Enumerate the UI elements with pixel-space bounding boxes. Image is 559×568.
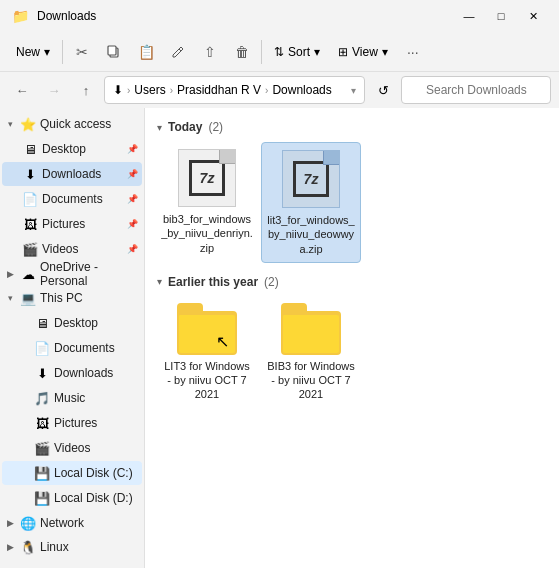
bib3-zip-name: bib3_for_windows_by_niivu_denriyn.zip [161,212,253,255]
sidebar-item-pictures2[interactable]: 🖼 Pictures [2,411,142,435]
svg-rect-1 [108,46,116,55]
share-icon[interactable]: ⇧ [195,37,225,67]
sidebar-item-downloads2[interactable]: ⬇ Downloads [2,361,142,385]
today-file-grid: 7z bib3_for_windows_by_niivu_denriyn.zip… [157,142,547,263]
sidebar-local-disk-c-label: Local Disk (C:) [54,466,133,480]
toolbar-separator-2 [261,40,262,64]
up-button[interactable]: ↑ [72,76,100,104]
main-layout: ▾ ⭐ Quick access 🖥 Desktop 📌 ⬇ Downloads… [0,108,559,568]
rename-icon[interactable] [163,37,193,67]
sort-label: Sort [288,45,310,59]
search-input[interactable] [401,76,551,104]
local-disk-d-icon: 💾 [34,491,50,506]
sidebar: ▾ ⭐ Quick access 🖥 Desktop 📌 ⬇ Downloads… [0,108,145,568]
bib3-zip-icon: 7z [177,148,237,208]
file-item-lit3-zip[interactable]: 7z lit3_for_windows_by_niivu_deowwya.zip [261,142,361,263]
local-disk-c-icon: 💾 [34,466,50,481]
address-path[interactable]: ⬇ › Users › Prasiddhan R V › Downloads ▾ [104,76,365,104]
sidebar-item-videos[interactable]: 🎬 Videos 📌 [2,237,142,261]
file-item-bib3-zip[interactable]: 7z bib3_for_windows_by_niivu_denriyn.zip [157,142,257,263]
copy-icon[interactable] [99,37,129,67]
sidebar-group-this-pc[interactable]: ▾ 💻 This PC [0,286,144,310]
zip-label-lit3: 7z [293,161,329,197]
view-button[interactable]: ⊞ View ▾ [330,41,396,63]
earlier-section-header: ▾ Earlier this year (2) [157,275,547,289]
path-users[interactable]: Users [134,83,165,97]
content-area: ▾ Today (2) 7z bib3_for_windows_by_niivu… [145,108,559,568]
sort-icon: ⇅ [274,45,284,59]
earlier-toggle[interactable]: ▾ [157,276,162,287]
desktop-pin-icon: 📌 [127,144,138,154]
close-button[interactable]: ✕ [519,6,547,26]
onedrive-arrow: ▶ [4,269,16,279]
cut-icon[interactable]: ✂ [67,37,97,67]
downloads-icon: ⬇ [22,167,38,182]
sidebar-item-documents[interactable]: 📄 Documents 📌 [2,187,142,211]
sidebar-item-pictures[interactable]: 🖼 Pictures 📌 [2,212,142,236]
sort-button[interactable]: ⇅ Sort ▾ [266,41,328,63]
sidebar-item-documents2[interactable]: 📄 Documents [2,336,142,360]
bib3-folder-icon [281,303,341,355]
address-bar: ← → ↑ ⬇ › Users › Prasiddhan R V › Downl… [0,72,559,108]
new-button[interactable]: New ▾ [8,41,58,63]
sidebar-linux-label: Linux [40,540,69,554]
earlier-title: Earlier this year [168,275,258,289]
maximize-button[interactable]: □ [487,6,515,26]
earlier-count: (2) [264,275,279,289]
quick-access-icon: ⭐ [20,117,36,132]
paste-icon[interactable]: 📋 [131,37,161,67]
sidebar-item-local-disk-c[interactable]: 💾 Local Disk (C:) [2,461,142,485]
quick-access-arrow: ▾ [4,119,16,129]
new-button-label: New [16,45,40,59]
forward-button[interactable]: → [40,76,68,104]
sidebar-videos2-label: Videos [54,441,90,455]
more-options-button[interactable]: ··· [398,37,428,67]
title-bar-left: 📁 Downloads [12,8,96,24]
sidebar-group-quick-access[interactable]: ▾ ⭐ Quick access [0,112,144,136]
delete-icon[interactable]: 🗑 [227,37,257,67]
linux-icon: 🐧 [20,540,36,555]
path-downloads[interactable]: Downloads [272,83,331,97]
downloads2-icon: ⬇ [34,366,50,381]
lit3-zip-icon: 7z [281,149,341,209]
downloads-pin-icon: 📌 [127,169,138,179]
lit3-folder-name: LIT3 for Windows - by niivu OCT 7 2021 [161,359,253,402]
view-icon: ⊞ [338,45,348,59]
sidebar-group-onedrive[interactable]: ▶ ☁ OneDrive - Personal [0,262,144,286]
pictures-pin-icon: 📌 [127,219,138,229]
minimize-button[interactable]: — [455,6,483,26]
this-pc-arrow: ▾ [4,293,16,303]
path-user[interactable]: Prasiddhan R V [177,83,261,97]
earlier-file-grid: ↖ LIT3 for Windows - by niivu OCT 7 2021… [157,297,547,408]
network-icon: 🌐 [20,516,36,531]
sidebar-desktop2-label: Desktop [54,316,98,330]
sidebar-group-linux[interactable]: ▶ 🐧 Linux [0,535,144,559]
today-toggle[interactable]: ▾ [157,122,162,133]
title-bar: 📁 Downloads — □ ✕ [0,0,559,32]
title-text: Downloads [37,9,96,23]
today-section-header: ▾ Today (2) [157,120,547,134]
linux-arrow: ▶ [4,542,16,552]
back-button[interactable]: ← [8,76,36,104]
desktop2-icon: 🖥 [34,316,50,331]
title-icon: 📁 [12,8,29,24]
videos2-icon: 🎬 [34,441,50,456]
path-dropdown-arrow[interactable]: ▾ [351,85,356,96]
sidebar-item-videos2[interactable]: 🎬 Videos [2,436,142,460]
sidebar-item-desktop[interactable]: 🖥 Desktop 📌 [2,137,142,161]
sidebar-group-network[interactable]: ▶ 🌐 Network [0,511,144,535]
file-item-bib3-folder[interactable]: BIB3 for Windows - by niivu OCT 7 2021 [261,297,361,408]
refresh-button[interactable]: ↺ [369,76,397,104]
quick-access-label: Quick access [40,117,111,131]
sidebar-this-pc-label: This PC [40,291,83,305]
sidebar-pictures2-label: Pictures [54,416,97,430]
sidebar-onedrive-label: OneDrive - Personal [40,260,140,288]
sidebar-item-desktop2[interactable]: 🖥 Desktop [2,311,142,335]
sidebar-item-music[interactable]: 🎵 Music [2,386,142,410]
desktop-icon: 🖥 [22,142,38,157]
sidebar-item-local-disk-d[interactable]: 💾 Local Disk (D:) [2,486,142,510]
sidebar-item-downloads[interactable]: ⬇ Downloads 📌 [2,162,142,186]
file-item-lit3-folder[interactable]: ↖ LIT3 for Windows - by niivu OCT 7 2021 [157,297,257,408]
sidebar-desktop-label: Desktop [42,142,86,156]
path-separator-0: › [127,85,130,96]
